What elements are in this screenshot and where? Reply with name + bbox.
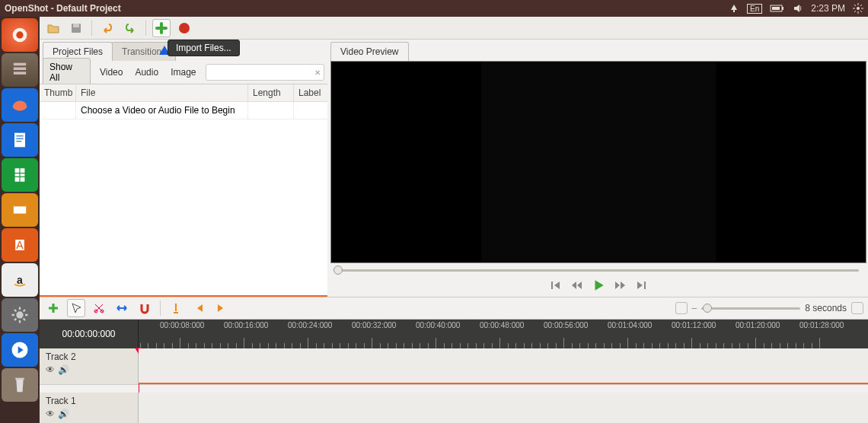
razor-tool-button[interactable] <box>90 299 108 317</box>
launcher-calc[interactable] <box>2 158 38 192</box>
keyboard-indicator[interactable]: En <box>747 4 762 14</box>
filter-show-all-button[interactable]: Show All <box>43 58 91 87</box>
project-files-panel: Project Files Transitions Effects Show A… <box>40 40 327 297</box>
launcher-settings[interactable] <box>2 298 38 332</box>
filter-image[interactable]: Image <box>168 65 199 79</box>
rewind-icon[interactable] <box>570 279 582 291</box>
import-tooltip: Import Files... <box>168 40 240 56</box>
track-header[interactable]: Track 1👁🔊 <box>40 393 139 423</box>
svg-rect-2 <box>772 7 780 10</box>
svg-point-21 <box>16 311 23 318</box>
redo-button[interactable] <box>121 19 139 37</box>
zoom-label: 8 seconds <box>805 303 847 313</box>
svg-rect-17 <box>14 205 26 206</box>
network-icon[interactable] <box>729 3 739 14</box>
track-lane[interactable] <box>139 393 868 423</box>
timeline-toolbar: – 8 seconds <box>40 297 868 320</box>
launcher-impress[interactable] <box>2 193 38 227</box>
timeline-ruler[interactable]: 00:00:08:00000:00:16:00000:00:24:00000:0… <box>139 320 868 348</box>
undo-button[interactable] <box>98 19 116 37</box>
speaker-icon[interactable]: 🔊 <box>58 409 69 419</box>
ruler-tick: 00:01:04:000 <box>608 321 652 329</box>
marker-add-button[interactable] <box>167 299 185 317</box>
battery-icon[interactable] <box>770 4 785 13</box>
ruler-tick: 00:00:40:000 <box>416 321 460 329</box>
eye-icon[interactable]: 👁 <box>46 364 55 375</box>
import-files-button[interactable] <box>152 19 171 37</box>
system-menubar: OpenShot - Default Project En 2:23 PM <box>0 0 868 17</box>
launcher-trash[interactable] <box>2 368 38 402</box>
svg-rect-13 <box>16 141 21 142</box>
zoom-slider[interactable] <box>701 307 800 310</box>
filter-video[interactable]: Video <box>97 65 126 79</box>
timeline: 00:00:00:000 00:00:08:00000:00:16:00000:… <box>40 320 868 423</box>
clock[interactable]: 2:23 PM <box>811 3 845 14</box>
svg-rect-10 <box>14 133 25 148</box>
center-playhead-button[interactable] <box>675 302 688 314</box>
launcher-files[interactable] <box>2 53 38 87</box>
snap-tool-button[interactable] <box>136 299 154 317</box>
svg-text:a: a <box>17 274 23 286</box>
svg-point-3 <box>857 7 860 10</box>
col-label[interactable]: Label <box>294 84 327 101</box>
launcher-software[interactable]: A <box>2 228 38 262</box>
timeline-track: Track 1👁🔊 <box>40 393 868 423</box>
jump-start-icon[interactable] <box>549 279 561 291</box>
open-project-button[interactable] <box>44 19 62 37</box>
jump-end-icon[interactable] <box>636 279 648 291</box>
track-header[interactable]: Track 2👁🔊 <box>40 348 139 384</box>
preview-panel: Video Preview <box>327 40 868 297</box>
launcher-media[interactable] <box>2 333 38 367</box>
svg-rect-7 <box>14 68 26 71</box>
launcher-firefox[interactable] <box>2 88 38 122</box>
unity-launcher: A a <box>0 17 40 423</box>
track-name: Track 1 <box>46 396 132 406</box>
video-preview-area[interactable] <box>330 61 866 263</box>
forward-icon[interactable] <box>614 279 627 291</box>
timeline-track: Track 2👁🔊 <box>40 348 868 385</box>
preview-controls <box>330 275 866 295</box>
export-button[interactable] <box>175 19 193 37</box>
ruler-tick: 00:01:28:000 <box>799 321 844 329</box>
track-lane[interactable] <box>139 348 868 384</box>
main-toolbar <box>40 17 868 40</box>
ruler-tick: 00:00:24:000 <box>288 321 332 329</box>
filter-bar: Show All Video Audio Image ✕ <box>40 61 327 84</box>
add-track-button[interactable] <box>44 299 62 317</box>
col-length[interactable]: Length <box>248 84 294 101</box>
svg-text:A: A <box>16 239 24 251</box>
svg-rect-11 <box>16 135 23 136</box>
ruler-tick: 00:00:32:000 <box>352 321 396 329</box>
launcher-dash[interactable] <box>2 18 38 52</box>
play-icon[interactable] <box>592 278 605 292</box>
marker-next-button[interactable] <box>212 299 231 317</box>
ruler-tick: 00:00:48:000 <box>480 321 524 329</box>
zoom-out-icon[interactable]: – <box>692 303 697 313</box>
window-title: OpenShot - Default Project <box>5 3 729 14</box>
clear-search-icon[interactable]: ✕ <box>314 68 321 77</box>
select-tool-button[interactable] <box>67 299 85 317</box>
launcher-writer[interactable] <box>2 123 38 157</box>
ruler-tick: 00:01:20:000 <box>736 321 780 329</box>
launcher-amazon[interactable]: a <box>2 263 38 297</box>
tab-video-preview[interactable]: Video Preview <box>330 42 409 61</box>
marker-prev-button[interactable] <box>190 299 208 317</box>
col-thumb[interactable]: Thumb <box>40 84 76 101</box>
gear-icon[interactable] <box>853 3 863 14</box>
placeholder-text: Choose a Video or Audio File to Begin <box>76 102 248 119</box>
volume-icon[interactable] <box>793 3 803 14</box>
zoom-in-button[interactable] <box>851 302 863 314</box>
svg-rect-23 <box>15 378 24 380</box>
save-project-button[interactable] <box>67 19 85 37</box>
svg-point-5 <box>16 31 23 38</box>
preview-scrubber[interactable] <box>330 265 866 275</box>
eye-icon[interactable]: 👁 <box>46 409 55 419</box>
timecode-display: 00:00:00:000 <box>40 320 139 348</box>
ruler-tick: 00:01:12:000 <box>672 321 716 329</box>
col-file[interactable]: File <box>76 84 248 101</box>
speaker-icon[interactable]: 🔊 <box>58 364 69 375</box>
svg-rect-8 <box>14 72 26 75</box>
search-input[interactable]: ✕ <box>206 64 325 81</box>
ruler-tick: 00:00:56:000 <box>544 321 588 329</box>
resize-tool-button[interactable] <box>113 299 131 317</box>
